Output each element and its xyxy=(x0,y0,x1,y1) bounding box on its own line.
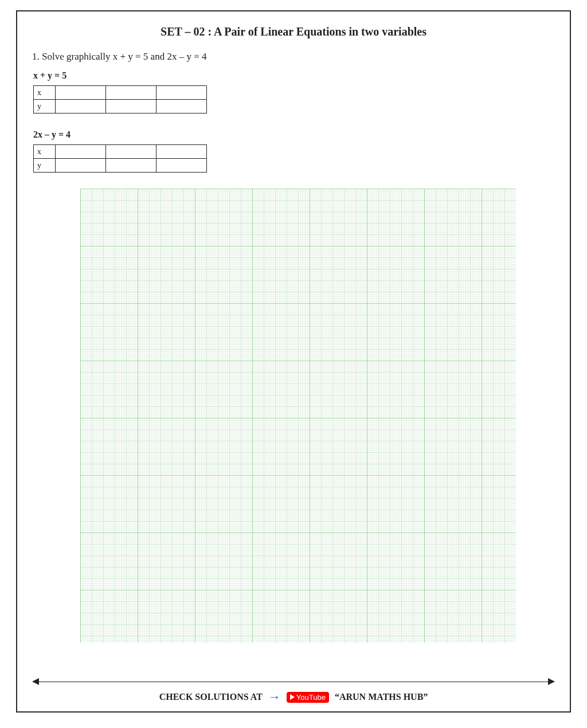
blue-arrow-icon: → xyxy=(268,691,281,703)
arrow-right-icon xyxy=(548,678,555,685)
eq2-y-cell-3[interactable] xyxy=(156,159,207,173)
eq1-y-cell-3[interactable] xyxy=(156,100,207,113)
eq2-y-cell-1[interactable] xyxy=(56,159,106,173)
divider-line xyxy=(38,682,549,682)
equation-1-table: x y xyxy=(33,85,207,113)
graph-paper[interactable] xyxy=(80,189,516,643)
eq1-x-cell-3[interactable] xyxy=(156,86,207,100)
eq1-x-cell-1[interactable] xyxy=(56,86,106,100)
youtube-badge[interactable]: YouTube xyxy=(287,692,329,703)
eq1-row-x-label: x xyxy=(34,86,56,100)
eq2-y-cell-2[interactable] xyxy=(106,159,156,173)
channel-name: “ARUN MATHS HUB” xyxy=(335,692,428,702)
play-icon xyxy=(290,694,295,700)
worksheet-page: SET – 02 : A Pair of Linear Equations in… xyxy=(16,10,571,713)
eq2-x-cell-3[interactable] xyxy=(156,145,207,159)
eq2-x-cell-2[interactable] xyxy=(106,145,156,159)
footer: CHECK SOLUTIONS AT → YouTube “ARUN MATHS… xyxy=(32,678,555,703)
eq2-row-y-label: y xyxy=(34,159,56,173)
equation-2-table: x y xyxy=(33,144,207,173)
graph-grid-svg xyxy=(80,189,516,643)
eq2-row-x-label: x xyxy=(34,145,56,159)
equation-2-label: 2x – y = 4 xyxy=(33,130,555,140)
page-title: SET – 02 : A Pair of Linear Equations in… xyxy=(32,25,555,38)
divider-arrow xyxy=(32,678,555,686)
eq1-y-cell-2[interactable] xyxy=(106,100,156,113)
equation-1-label: x + y = 5 xyxy=(33,71,555,81)
question-text: 1. Solve graphically x + y = 5 and 2x – … xyxy=(32,51,555,62)
check-solutions-label: CHECK SOLUTIONS AT xyxy=(159,692,263,702)
youtube-label: YouTube xyxy=(296,693,326,702)
eq1-x-cell-2[interactable] xyxy=(106,86,156,100)
svg-rect-2 xyxy=(80,189,516,643)
footer-row: CHECK SOLUTIONS AT → YouTube “ARUN MATHS… xyxy=(32,691,555,703)
eq1-row-y-label: y xyxy=(34,100,56,113)
eq1-y-cell-1[interactable] xyxy=(56,100,106,113)
eq2-x-cell-1[interactable] xyxy=(56,145,106,159)
